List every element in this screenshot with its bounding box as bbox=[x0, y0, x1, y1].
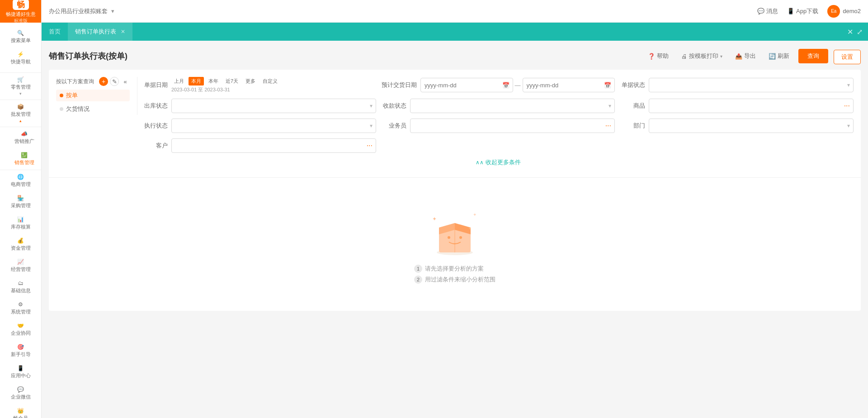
expected-delivery-from-input[interactable] bbox=[420, 78, 513, 92]
query-button[interactable]: 查询 bbox=[798, 49, 828, 63]
filter-customer: 客户 ··· bbox=[143, 138, 376, 153]
sidebar-item-apps[interactable]: 📱 应用中心 bbox=[0, 361, 41, 383]
app-title: 畅捷通好生意 bbox=[6, 11, 36, 17]
sidebar-item-system[interactable]: ⚙ 系统管理 bbox=[0, 298, 41, 319]
goods-input[interactable] bbox=[649, 99, 854, 113]
user-profile[interactable]: Ea demo2 bbox=[827, 5, 861, 18]
customer-input[interactable] bbox=[171, 138, 376, 153]
refresh-button[interactable]: 🔄 刷新 bbox=[765, 50, 793, 62]
sidebar-item-member-label: 畅会员 bbox=[13, 415, 28, 418]
execution-status-input[interactable] bbox=[171, 119, 376, 133]
empty-step-2: 2 用过滤条件来缩小分析范围 bbox=[414, 276, 495, 284]
customer-dots-icon[interactable]: ··· bbox=[367, 142, 373, 150]
scheme-item-按单-label: 按单 bbox=[66, 91, 78, 100]
scheme-item-欠货情况[interactable]: 欠货情况 bbox=[56, 103, 130, 115]
sidebar-item-inventory[interactable]: 📊 库存核算 bbox=[0, 213, 41, 234]
shipping-status-label: 出库状态 bbox=[143, 102, 168, 110]
department-input[interactable] bbox=[649, 119, 854, 133]
salesperson-dots-icon[interactable]: ··· bbox=[605, 122, 611, 130]
help-button[interactable]: ❓ 帮助 bbox=[644, 50, 672, 62]
sidebar-item-enterprise[interactable]: 🤝 企业协同 bbox=[0, 319, 41, 340]
collapse-filter-label: 收起更多条件 bbox=[486, 158, 521, 166]
quick-date-more[interactable]: 更多 bbox=[243, 77, 258, 86]
quick-date-this-month[interactable]: 本月 bbox=[189, 77, 204, 86]
scheme-item-按单[interactable]: 按单 bbox=[56, 90, 130, 101]
sidebar-item-basic[interactable]: 🗂 基础信息 bbox=[0, 276, 41, 298]
conditions-panel: 单据日期 上月 本月 本年 近7天 更多 自定义 20 bbox=[143, 77, 854, 170]
sidebar-item-purchase[interactable]: 🏪 采购管理 bbox=[0, 191, 41, 213]
export-icon: 📤 bbox=[735, 53, 742, 60]
sidebar-item-sales[interactable]: 💹 销售管理 bbox=[0, 148, 41, 170]
salesperson-input[interactable] bbox=[410, 119, 615, 133]
breadcrumb-text: 办公用品行业模拟账套 bbox=[49, 7, 108, 15]
app-logo[interactable]: 畅 畅捷通好生意 标准版 bbox=[0, 0, 41, 23]
sidebar-item-quick-nav[interactable]: ⚡ 快捷导航 bbox=[5, 48, 37, 69]
inventory-icon: 📊 bbox=[17, 216, 24, 223]
svg-point-6 bbox=[448, 236, 450, 239]
tab-maximize-icon[interactable]: ⤢ bbox=[857, 28, 863, 36]
sidebar-item-finance[interactable]: 💰 资金管理 bbox=[0, 234, 41, 255]
goods-dots-icon[interactable]: ··· bbox=[844, 102, 850, 110]
scheme-add-button[interactable]: + bbox=[99, 77, 108, 86]
order-status-label: 单据状态 bbox=[620, 81, 645, 89]
tab-sales-order[interactable]: 销售订单执行表 ✕ bbox=[68, 23, 132, 41]
svg-text:✦: ✦ bbox=[473, 212, 476, 217]
export-button[interactable]: 📤 导出 bbox=[731, 50, 760, 62]
refresh-label: 刷新 bbox=[778, 52, 789, 60]
scheme-edit-button[interactable]: ✎ bbox=[110, 77, 119, 86]
payment-status-input[interactable] bbox=[410, 99, 615, 113]
marketing-icon: 📣 bbox=[21, 131, 28, 137]
message-label: 消息 bbox=[766, 7, 778, 15]
retail-expand-icon: ▾ bbox=[19, 91, 22, 96]
expected-delivery-to-input[interactable] bbox=[523, 78, 615, 92]
tab-sales-order-close[interactable]: ✕ bbox=[121, 28, 125, 35]
sidebar-item-wholesale[interactable]: 📦 批发管理 ▴ bbox=[0, 100, 41, 127]
tab-bar: 首页 销售订单执行表 ✕ ✕ ⤢ bbox=[42, 23, 868, 41]
app-download-icon: 📱 bbox=[787, 8, 794, 14]
member-icon: 👑 bbox=[17, 408, 24, 414]
settings-button[interactable]: 设置 bbox=[834, 50, 861, 64]
app-download-action[interactable]: 📱 App下载 bbox=[787, 7, 818, 15]
main-area: 办公用品行业模拟账套 ▾ 💬 消息 📱 App下载 Ea demo2 首页 bbox=[42, 0, 868, 418]
filter-shipping-status: 出库状态 ▾ bbox=[143, 99, 376, 113]
cal-to-icon[interactable]: 📅 bbox=[604, 82, 611, 89]
sidebar-item-wechat-label: 企业微信 bbox=[11, 394, 31, 400]
scheme-items: 按单 欠货情况 bbox=[56, 90, 130, 115]
sidebar-item-newbie[interactable]: 🎯 新手引导 bbox=[0, 340, 41, 361]
collapse-filter-button[interactable]: ∧∧ 收起更多条件 bbox=[143, 155, 854, 170]
shipping-status-input[interactable] bbox=[171, 99, 376, 113]
breadcrumb-dropdown-icon[interactable]: ▾ bbox=[111, 8, 114, 14]
scheme-collapse-button[interactable]: « bbox=[121, 77, 130, 86]
print-button[interactable]: 🖨 按模板打印 ▾ bbox=[678, 50, 726, 62]
sidebar-item-retail[interactable]: 🛒 零售管理 ▾ bbox=[0, 73, 41, 100]
app-subtitle: 标准版 bbox=[14, 18, 28, 24]
sidebar-item-wechat[interactable]: 💬 企业微信 bbox=[0, 383, 41, 404]
sidebar-item-operations[interactable]: 📈 经营管理 bbox=[0, 255, 41, 276]
sidebar-item-marketing-label: 营销推广 bbox=[14, 138, 34, 145]
filter-execution-status: 执行状态 ▾ bbox=[143, 119, 376, 133]
filter-expected-delivery: 预计交货日期 📅 — 📅 bbox=[382, 77, 615, 93]
tab-home[interactable]: 首页 bbox=[42, 23, 68, 41]
filter-department: 部门 ▾ bbox=[620, 119, 854, 133]
scheme-header: 按以下方案查询 + ✎ « bbox=[56, 77, 130, 86]
wholesale-expand-icon: ▴ bbox=[19, 119, 22, 123]
page-header: 销售订单执行表(按单) ❓ 帮助 🖨 按模板打印 ▾ 📤 导出 🔄 刷新 bbox=[49, 48, 861, 64]
tab-close-all-icon[interactable]: ✕ bbox=[847, 28, 853, 36]
username: demo2 bbox=[843, 8, 861, 14]
sidebar-item-marketing[interactable]: 📣 营销推广 bbox=[0, 127, 41, 148]
breadcrumb-area: 办公用品行业模拟账套 ▾ bbox=[49, 7, 114, 15]
message-action[interactable]: 💬 消息 bbox=[757, 7, 778, 15]
scheme-inactive-dot bbox=[60, 107, 63, 111]
filter-payment-status: 收款状态 ▾ bbox=[382, 99, 615, 113]
sidebar-item-ecommerce[interactable]: 🌐 电商管理 bbox=[0, 170, 41, 191]
wechat-icon: 💬 bbox=[17, 386, 24, 393]
quick-date-7days[interactable]: 近7天 bbox=[223, 77, 241, 86]
order-status-input[interactable] bbox=[649, 78, 854, 92]
sidebar-item-member[interactable]: 👑 畅会员 bbox=[0, 404, 41, 418]
sidebar-item-search[interactable]: 🔍 搜索菜单 bbox=[5, 26, 37, 48]
collapse-up-icon: ∧∧ bbox=[476, 159, 484, 166]
quick-date-custom[interactable]: 自定义 bbox=[260, 77, 280, 86]
quick-date-last-month[interactable]: 上月 bbox=[171, 77, 187, 86]
cal-from-icon[interactable]: 📅 bbox=[502, 82, 509, 89]
quick-date-this-year[interactable]: 本年 bbox=[206, 77, 221, 86]
